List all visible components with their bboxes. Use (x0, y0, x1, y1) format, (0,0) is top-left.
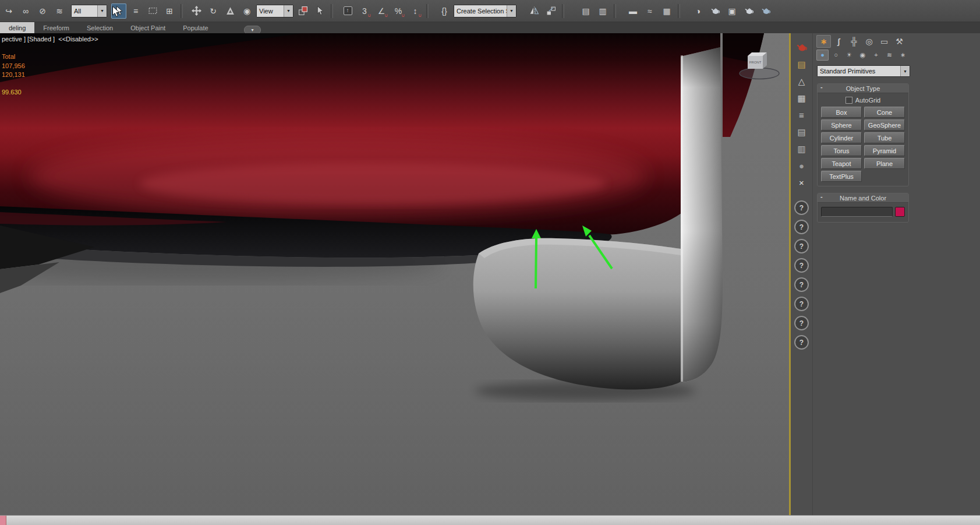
collapse-icon: - (820, 193, 823, 200)
cameras-category[interactable]: ◉ (857, 50, 869, 61)
select-and-place-icon[interactable]: ◉ (239, 3, 254, 19)
strip-sphere-icon[interactable]: ● (794, 157, 810, 174)
unlink-selection-icon[interactable]: ⊘ (35, 3, 50, 19)
render-production-icon[interactable] (741, 3, 756, 19)
tube-button[interactable]: Tube (864, 132, 905, 143)
chevron-down-icon: ▼ (507, 5, 516, 17)
primitive-buttons: BoxConeSphereGeoSphereCylinderTubeTorusP… (818, 107, 908, 182)
viewcube[interactable]: FRONT (738, 48, 784, 80)
plane-button[interactable]: Plane (864, 158, 905, 169)
create-categories: ●○☀◉+≋∗ (813, 48, 980, 63)
ribbon-tab-populate[interactable]: Populate (174, 22, 217, 33)
strip-layers-icon[interactable]: ≡ (794, 107, 810, 123)
ribbon-tab-selection[interactable]: Selection (78, 22, 122, 33)
torus-button[interactable]: Torus (821, 145, 862, 156)
select-and-manipulate-icon[interactable] (312, 3, 327, 19)
strip-palette-icon[interactable]: ▤ (794, 56, 810, 72)
select-and-move-icon[interactable] (189, 3, 204, 19)
utilities-tab[interactable]: ⚒ (892, 35, 907, 48)
ribbon-tab-bar: delingFreeformSelectionObject PaintPopul… (0, 22, 980, 33)
help-icon[interactable]: ? (794, 200, 809, 215)
help-icon[interactable]: ? (794, 258, 809, 273)
scene-explorer-icon[interactable]: ▤ (578, 3, 593, 19)
object-color-swatch[interactable] (895, 207, 905, 217)
angle-snap-icon[interactable]: ∠∪ (374, 3, 389, 19)
helpers-category[interactable]: + (870, 50, 882, 61)
hierarchy-tab[interactable]: ╬ (847, 35, 861, 48)
material-editor-icon[interactable]: ◑ (691, 3, 706, 19)
cylinder-button[interactable]: Cylinder (821, 132, 862, 143)
ribbon-tab-object-paint[interactable]: Object Paint (122, 22, 174, 33)
spacewarps-category[interactable]: ≋ (883, 50, 896, 61)
strip-close-icon[interactable]: × (794, 174, 810, 191)
curve-editor-icon[interactable]: ≈ (642, 3, 657, 19)
layer-explorer-icon[interactable]: ▥ (595, 3, 610, 19)
name-color-rollout-header[interactable]: - Name and Color (818, 193, 908, 203)
viewport[interactable]: pective ] [Shaded ] <<Disabled>> Total 1… (0, 33, 789, 515)
named-selection-sets-icon[interactable]: {} (437, 3, 452, 19)
ribbon-tab-freeform[interactable]: Freeform (34, 22, 78, 33)
maxscript-mini-listener[interactable] (0, 516, 6, 525)
ribbon-tab-modeling[interactable]: deling (0, 22, 34, 33)
pyramid-button[interactable]: Pyramid (864, 145, 905, 156)
select-and-rotate-icon[interactable]: ↻ (206, 3, 221, 19)
command-panel-tabs: ∗∫╬◎▭⚒ (813, 33, 980, 48)
motion-tab[interactable]: ◎ (862, 35, 876, 48)
chevron-down-icon: ▼ (284, 5, 293, 17)
redo-icon[interactable]: ↪ (1, 3, 16, 19)
use-pivot-center-icon[interactable] (295, 3, 310, 19)
strip-teapot-icon[interactable] (794, 39, 810, 55)
select-by-name-icon[interactable]: ≡ (128, 3, 143, 19)
selection-filter-dropdown[interactable]: All ▼ (71, 5, 107, 17)
geosphere-button[interactable]: GeoSphere (864, 119, 905, 131)
display-tab[interactable]: ▭ (877, 35, 891, 48)
teapot-button[interactable]: Teapot (821, 158, 862, 169)
bind-to-space-warp-icon[interactable]: ≋ (52, 3, 67, 19)
geometry-category[interactable]: ● (816, 50, 829, 61)
window-crossing-toggle-icon[interactable]: ⊞ (162, 3, 177, 19)
help-icon[interactable]: ? (794, 220, 809, 234)
named-selection-set-dropdown[interactable]: Create Selection Se ▼ (454, 5, 516, 17)
spinner-snap-icon[interactable]: ↕∪ (408, 3, 423, 19)
viewport-label[interactable]: pective ] [Shaded ] <<Disabled>> (2, 36, 98, 43)
systems-category[interactable]: ∗ (897, 50, 909, 61)
strip-ruler-icon[interactable]: △ (794, 73, 810, 89)
rendered-frame-window-icon[interactable]: ▣ (724, 3, 740, 19)
help-icon[interactable]: ? (794, 297, 809, 311)
shapes-category[interactable]: ○ (830, 50, 842, 61)
lights-category[interactable]: ☀ (843, 50, 855, 61)
keyboard-override-icon[interactable]: ↑ (340, 3, 355, 19)
render-setup-icon[interactable] (707, 3, 723, 19)
ribbon-toggle-icon[interactable]: ▬ (625, 3, 641, 19)
create-tab[interactable]: ∗ (816, 35, 831, 48)
help-icon[interactable]: ? (794, 239, 809, 253)
strip-bricks-icon[interactable]: ▤ (794, 124, 810, 140)
textplus-button[interactable]: TextPlus (821, 171, 862, 182)
toolbar-separator (562, 4, 564, 18)
mirror-icon[interactable] (526, 3, 542, 19)
select-and-link-icon[interactable]: ∞ (18, 3, 33, 19)
autogrid-checkbox[interactable] (845, 97, 852, 104)
snaps-toggle-icon[interactable]: 3∪ (357, 3, 372, 19)
help-icon[interactable]: ? (794, 316, 809, 330)
object-type-rollout-header[interactable]: - Object Type (818, 84, 908, 93)
strip-panel-icon[interactable]: ▥ (794, 140, 810, 157)
align-icon[interactable] (543, 3, 558, 19)
rectangular-selection-region-icon[interactable] (145, 3, 160, 19)
help-icon[interactable]: ? (794, 277, 809, 292)
help-icon[interactable]: ? (794, 335, 809, 350)
cone-button[interactable]: Cone (864, 107, 905, 118)
car-model-render (0, 33, 789, 515)
object-name-input[interactable] (821, 207, 893, 217)
rollout-title: Name and Color (840, 195, 886, 202)
render-flyout-icon[interactable] (758, 3, 773, 19)
sphere-button[interactable]: Sphere (821, 119, 862, 131)
strip-checker-icon[interactable]: ▦ (794, 90, 810, 106)
percent-snap-icon[interactable]: %∪ (391, 3, 406, 19)
primitives-dropdown[interactable]: Standard Primitives ▼ (817, 65, 910, 77)
reference-coordinate-dropdown[interactable]: View ▼ (256, 5, 293, 17)
select-and-scale-icon[interactable] (222, 3, 238, 19)
schematic-view-icon[interactable]: ▦ (659, 3, 674, 19)
modify-tab[interactable]: ∫ (832, 35, 846, 48)
box-button[interactable]: Box (821, 107, 862, 118)
